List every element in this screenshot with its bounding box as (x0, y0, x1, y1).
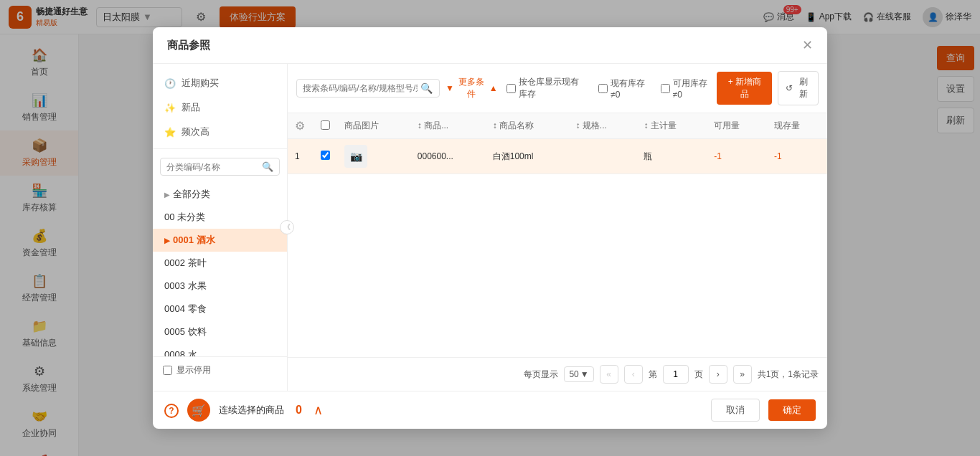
confirm-button[interactable]: 确定 (768, 399, 816, 421)
warehouse-stock-filter[interactable]: 按仓库显示现有库存 (507, 76, 588, 100)
category-0003[interactable]: 0003 水果 (153, 275, 287, 298)
th-code: ↕ 商品... (410, 113, 486, 139)
clock-icon: 🕐 (164, 78, 176, 89)
available-not-zero-label: 可用库存≠0 (673, 77, 712, 100)
row-unit-cell: 瓶 (636, 139, 707, 174)
frequent-item[interactable]: ⭐ 频次高 (153, 120, 287, 144)
cart-button[interactable]: 🛒 (187, 399, 210, 422)
refresh-icon: ↺ (786, 83, 793, 93)
page-number-input[interactable] (663, 365, 689, 384)
show-disabled-checkbox[interactable] (163, 366, 172, 375)
row-name-cell: 白酒100ml (486, 139, 569, 174)
refresh-button[interactable]: ↺ 刷新 (778, 71, 819, 105)
page-prefix: 第 (649, 369, 657, 381)
category-00[interactable]: 00 未分类 (153, 206, 287, 229)
show-disabled-area: 显示停用 (153, 356, 287, 384)
row-code-cell: 000600... (410, 139, 486, 174)
pagination: 每页显示 50 ▼ « ‹ 第 页 › » 共1页，1条记录 (288, 357, 827, 391)
new-icon: ✨ (164, 103, 176, 113)
category-all[interactable]: ▶ 全部分类 (153, 183, 287, 206)
th-stock: 现存量 (767, 113, 827, 139)
column-settings-icon[interactable]: ⚙ (295, 120, 305, 132)
page-size-label: 每页显示 (524, 369, 558, 381)
page-size-select[interactable]: 50 ▼ (564, 366, 593, 382)
footer-collapse-button[interactable]: ∧ (314, 402, 323, 418)
th-image: 商品图片 (337, 113, 410, 139)
dialog-left-panel: 🕐 近期购买 ✨ 新品 ⭐ 频次高 🔍 《 (153, 64, 288, 391)
row-available-cell: -1 (707, 139, 767, 174)
row-image-cell: 📷 (337, 139, 410, 174)
category-0002[interactable]: 0002 茶叶 (153, 252, 287, 275)
stock-not-zero-label: 现有库存≠0 (611, 77, 649, 100)
select-all-checkbox[interactable] (321, 120, 330, 130)
star-icon: ⭐ (164, 127, 176, 138)
recent-purchase-item[interactable]: 🕐 近期购买 (153, 71, 287, 95)
prev-page-button[interactable]: ‹ (624, 365, 643, 384)
close-button[interactable]: ✕ (802, 37, 813, 53)
category-0004[interactable]: 0004 零食 (153, 298, 287, 320)
category-0005[interactable]: 0005 饮料 (153, 320, 287, 343)
available-not-zero-checkbox[interactable] (661, 84, 670, 93)
stock-not-zero-filter[interactable]: 现有库存≠0 (598, 77, 649, 100)
available-not-zero-filter[interactable]: 可用库存≠0 (661, 77, 712, 100)
category-search[interactable]: 🔍 (160, 158, 280, 176)
help-button[interactable]: ? (164, 402, 179, 418)
chevron-down-icon: ▼ (580, 369, 589, 379)
th-available: 可用量 (707, 113, 767, 139)
new-products-item[interactable]: ✨ 新品 (153, 95, 287, 120)
table-header-row: ⚙ 商品图片 ↕ 商品... ↕ 商品名称 (288, 113, 827, 139)
table-row[interactable]: 1 📷 000600... 白酒100ml (288, 139, 827, 174)
dialog-header: 商品参照 ✕ (153, 27, 827, 64)
product-table: ⚙ 商品图片 ↕ 商品... ↕ 商品名称 (288, 113, 827, 174)
last-page-button[interactable]: » (733, 365, 752, 384)
dialog-footer: ? 🛒 连续选择的商品 0 ∧ 取消 确定 (153, 391, 827, 429)
warehouse-stock-label: 按仓库显示现有库存 (519, 76, 588, 100)
category-0001[interactable]: ▶ 0001 酒水 (153, 229, 287, 252)
search-icon[interactable]: 🔍 (420, 82, 433, 94)
add-product-button[interactable]: + 新增商品 (717, 72, 772, 105)
stock-not-zero-checkbox[interactable] (598, 84, 608, 93)
select-label: 连续选择的商品 (219, 404, 284, 417)
filter-checkboxes: 按仓库显示现有库存 现有库存≠0 可用库存≠0 (507, 76, 712, 100)
collapse-button[interactable]: 《 (280, 220, 294, 234)
refresh-label: 刷新 (796, 76, 811, 100)
dialog-toolbar: 🔍 ▼ 更多条件 ▲ 按仓库显示现有库存 现 (288, 64, 827, 113)
page-suffix: 页 (694, 369, 703, 381)
category-list: ▶ 全部分类 00 未分类 ▶ 0001 酒水 0002 茶叶 0003 水果 (153, 180, 287, 356)
page-size-value: 50 (569, 369, 578, 379)
first-page-button[interactable]: « (600, 365, 618, 384)
filter-label: 更多条件 (457, 76, 486, 100)
row-spec-cell (569, 139, 637, 174)
product-search-box[interactable]: 🔍 (296, 79, 440, 98)
th-settings: ⚙ (288, 113, 314, 139)
next-page-button[interactable]: › (709, 365, 727, 384)
th-unit: ↕ 主计量 (636, 113, 707, 139)
dialog-title: 商品参照 (167, 39, 210, 52)
row-stock-cell: -1 (767, 139, 827, 174)
show-disabled-label: 显示停用 (176, 364, 211, 376)
help-icon: ? (164, 404, 179, 418)
th-spec: ↕ 规格... (569, 113, 637, 139)
dialog-body: 🕐 近期购买 ✨ 新品 ⭐ 频次高 🔍 《 (153, 64, 827, 391)
filter-icon: ▼ (446, 83, 454, 93)
cancel-button[interactable]: 取消 (711, 399, 760, 422)
category-search-input[interactable] (166, 162, 259, 172)
product-table-area: ⚙ 商品图片 ↕ 商品... ↕ 商品名称 (288, 113, 827, 357)
product-reference-dialog: 商品参照 ✕ 🕐 近期购买 ✨ 新品 ⭐ 频次高 (153, 27, 827, 429)
arrow-icon: ▶ (164, 191, 170, 199)
th-checkbox (314, 113, 337, 139)
category-0008[interactable]: 0008 水 (153, 343, 287, 356)
row-num-cell: 1 (288, 139, 314, 174)
row-checkbox[interactable] (321, 151, 330, 160)
image-placeholder-icon: 📷 (350, 151, 362, 162)
select-count: 0 (296, 404, 302, 417)
warehouse-stock-checkbox[interactable] (507, 84, 516, 93)
product-thumbnail: 📷 (344, 145, 367, 168)
product-search-input[interactable] (303, 83, 418, 93)
filter-button[interactable]: ▼ 更多条件 ▲ (446, 76, 498, 100)
row-checkbox-cell (314, 139, 337, 174)
total-info: 共1页，1条记录 (758, 369, 819, 381)
search-icon: 🔍 (262, 161, 273, 172)
dialog-right-panel: 🔍 ▼ 更多条件 ▲ 按仓库显示现有库存 现 (288, 64, 827, 391)
th-name: ↕ 商品名称 (486, 113, 569, 139)
